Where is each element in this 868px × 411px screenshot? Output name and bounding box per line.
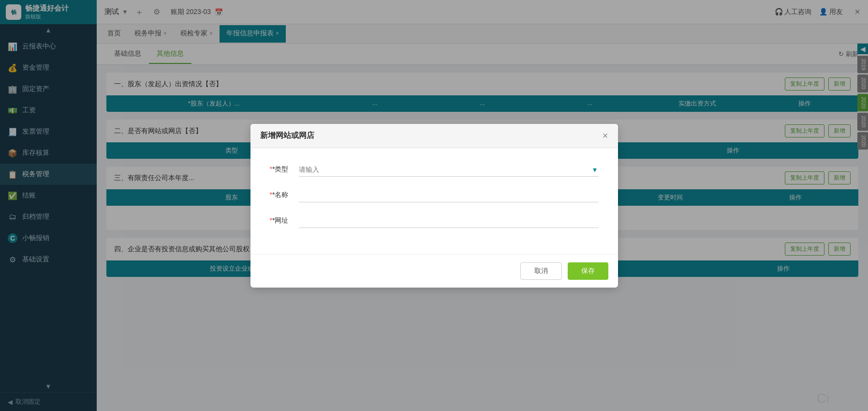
dialog-overlay[interactable]: 新增网站或网店 × **类型 ▾ **名称 [0,0,868,411]
type-label: **类型 [270,165,299,174]
dialog-body: **类型 ▾ **名称 **网址 [250,148,618,254]
add-website-dialog: 新增网站或网店 × **类型 ▾ **名称 [250,124,618,288]
form-field-type: **类型 ▾ [270,163,599,177]
dialog-header: 新增网站或网店 × [250,124,618,148]
url-input-wrap [299,214,599,228]
dialog-title: 新增网站或网店 [260,131,314,141]
type-input[interactable] [299,163,599,177]
dialog-footer: 取消 保存 [250,254,618,288]
save-button[interactable]: 保存 [568,262,608,280]
name-input-wrap [299,188,599,202]
dialog-close-button[interactable]: × [603,131,608,140]
url-label: **网址 [270,216,299,225]
cancel-button[interactable]: 取消 [520,262,562,280]
name-input[interactable] [299,188,599,202]
type-input-wrap: ▾ [299,163,599,177]
form-field-url: **网址 [270,214,599,228]
name-label: **名称 [270,191,299,199]
form-field-name: **名称 [270,188,599,202]
url-input[interactable] [299,214,599,228]
